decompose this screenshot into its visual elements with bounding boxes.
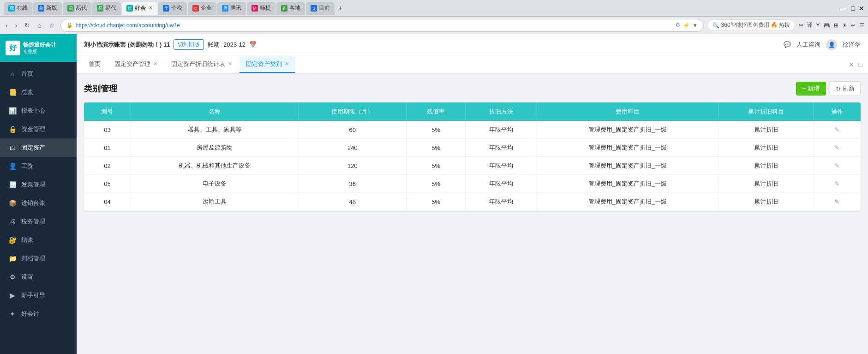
browser-tab-yidai1[interactable]: 易 易代: [63, 2, 91, 15]
service-icon: 💬: [784, 41, 791, 48]
sidebar-item-invoice[interactable]: 🧾 发票管理: [0, 175, 77, 194]
tab-depreciation-stats-close-icon[interactable]: ✕: [228, 61, 232, 67]
url-bar[interactable]: 🔒 https://cloud.chanjet.com/accounting/u…: [60, 19, 704, 32]
brightness-icon[interactable]: ☀: [842, 22, 847, 29]
browser-tab-haohui[interactable]: 好 好会 ✕: [122, 2, 157, 15]
company-name: 刘小艳演示账套 (勿删勿动！) 11: [84, 41, 170, 49]
cell-method: 年限平均: [466, 157, 537, 175]
undo-icon[interactable]: ↩: [851, 22, 856, 29]
browser-tab-changte[interactable]: M 畅提: [247, 2, 275, 15]
col-header-name: 名称: [131, 102, 299, 121]
sidebar-item-ledger[interactable]: 📒 总账: [0, 83, 77, 102]
tab-label: 企业: [201, 4, 212, 12]
edit-icon[interactable]: ✎: [834, 198, 840, 205]
add-button[interactable]: + 新增: [796, 82, 826, 96]
currency-icon[interactable]: ¥: [816, 22, 820, 29]
cell-code: 02: [84, 157, 131, 175]
sidebar-label-invoice: 发票管理: [21, 180, 45, 189]
tab-window-close-icon[interactable]: ✕: [849, 61, 854, 68]
browser-tab-zaixin[interactable]: 在 在线: [4, 2, 32, 15]
cell-expense: 管理费用_固定资产折旧_一级: [537, 193, 718, 211]
tab-fixed-asset-category-close-icon[interactable]: ✕: [285, 61, 289, 67]
search-bar[interactable]: 🔍 360智能抠图免费用 🔥 热搜: [707, 19, 796, 31]
tab-fixed-asset-category[interactable]: 固定资产类别 ✕: [239, 56, 295, 73]
edit-icon[interactable]: ✎: [834, 162, 840, 169]
sidebar-item-more[interactable]: ✦ 好会计: [0, 305, 77, 323]
period-label: 账期: [208, 41, 220, 49]
back-button[interactable]: ‹: [4, 21, 10, 30]
tab-maximize-icon[interactable]: □: [859, 61, 862, 68]
cell-name: 器具、工具、家具等: [131, 121, 299, 139]
sidebar-nav: ⌂ 首页 📒 总账 📊 报表中心 🔒 资金管理 🗂 固定资产 👤 工资: [0, 62, 77, 354]
cell-action: ✎: [814, 175, 861, 193]
sidebar-item-inventory[interactable]: 📦 进销台账: [0, 194, 77, 212]
edit-icon[interactable]: ✎: [834, 180, 840, 187]
cell-accumulated: 累计折旧: [718, 157, 814, 175]
calendar-icon[interactable]: 📅: [249, 41, 257, 48]
minimize-icon[interactable]: —: [841, 5, 848, 12]
site-info-icon[interactable]: ⚙: [676, 22, 680, 28]
cell-accumulated: 累计折旧: [718, 175, 814, 193]
sidebar-item-guide[interactable]: ▶ 新手引导: [0, 286, 77, 305]
refresh-icon: ↻: [836, 85, 841, 92]
sidebar-item-report[interactable]: 📊 报表中心: [0, 102, 77, 120]
menu-icon[interactable]: ☰: [859, 22, 864, 29]
cell-months: 120: [299, 157, 406, 175]
dropdown-icon[interactable]: ▼: [693, 23, 698, 28]
cell-method: 年限平均: [466, 175, 537, 193]
lightning-icon[interactable]: ⚡: [683, 22, 690, 29]
cell-rate: 5%: [406, 139, 466, 157]
edit-icon[interactable]: ✎: [834, 126, 840, 133]
cell-code: 01: [84, 139, 131, 157]
browser-tab-xinban[interactable]: 新 新版: [33, 2, 62, 15]
tab-home[interactable]: 首页: [82, 56, 107, 73]
game-icon[interactable]: 🎮: [823, 22, 830, 29]
maximize-icon[interactable]: □: [851, 5, 855, 12]
new-tab-button[interactable]: +: [335, 4, 345, 12]
sidebar-label-guide: 新手引导: [21, 291, 45, 300]
sidebar-item-close[interactable]: 🔐 结账: [0, 231, 77, 249]
edit-icon[interactable]: ✎: [834, 144, 840, 151]
logo-text: 畅捷通好会计: [23, 41, 56, 49]
sidebar-item-settings[interactable]: ⚙ 设置: [0, 268, 77, 286]
sidebar-item-archive[interactable]: 📁 归档管理: [0, 249, 77, 268]
service-label[interactable]: 人工咨询: [796, 41, 820, 49]
sidebar-item-salary[interactable]: 👤 工资: [0, 157, 77, 175]
translate-icon[interactable]: 译: [807, 21, 813, 29]
cut-icon[interactable]: ✂: [799, 22, 803, 29]
cell-code: 05: [84, 175, 131, 193]
col-header-rate: 残值率: [406, 102, 466, 121]
cell-rate: 5%: [406, 157, 466, 175]
fund-icon: 🔒: [8, 126, 17, 133]
sidebar-item-home[interactable]: ⌂ 首页: [0, 65, 77, 83]
sidebar-label-archive: 归档管理: [21, 254, 45, 263]
cell-action: ✎: [814, 193, 861, 211]
sidebar-item-fund[interactable]: 🔒 资金管理: [0, 120, 77, 138]
cell-months: 48: [299, 193, 406, 211]
close-window-icon[interactable]: ✕: [859, 5, 864, 12]
cell-action: ✎: [814, 157, 861, 175]
browser-tab-geshui[interactable]: 个 个税: [158, 2, 187, 15]
bookmark-button[interactable]: ☆: [47, 21, 57, 30]
home-button[interactable]: ⌂: [36, 21, 43, 30]
switch-version-button[interactable]: 切到旧版: [174, 39, 204, 50]
col-header-code: 编号: [84, 102, 131, 121]
tab-depreciation-stats[interactable]: 固定资产折旧统计表 ✕: [165, 56, 239, 73]
browser-tab-muqian[interactable]: S 目前: [306, 2, 335, 15]
cell-accumulated: 累计折旧: [718, 193, 814, 211]
sidebar-logo: 好 畅捷通好会计 专业版: [0, 34, 77, 62]
tab-close-icon[interactable]: ✕: [149, 5, 153, 11]
sidebar-item-tax[interactable]: 🖨 税务管理: [0, 212, 77, 231]
tab-fixed-asset-management[interactable]: 固定资产管理 ✕: [108, 56, 164, 73]
page-title: 类别管理: [84, 83, 117, 94]
sidebar-item-fixed-assets[interactable]: 🗂 固定资产: [0, 138, 77, 157]
browser-tab-tencent[interactable]: 腾 腾讯: [217, 2, 246, 15]
browser-tab-qiye[interactable]: C 企业: [188, 2, 216, 15]
reload-button[interactable]: ↻: [23, 21, 32, 30]
tab-fixed-asset-management-close-icon[interactable]: ✕: [153, 61, 157, 67]
refresh-button[interactable]: ↻ 刷新: [830, 81, 861, 96]
forward-button[interactable]: ›: [13, 21, 19, 30]
browser-tab-yidai2[interactable]: 易 易代: [92, 2, 121, 15]
browser-tab-gedi[interactable]: 各 各地: [276, 2, 305, 15]
grid-icon[interactable]: ⊞: [834, 22, 838, 29]
